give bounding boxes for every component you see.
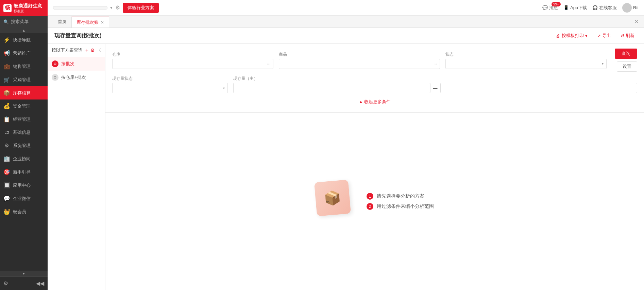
vip-icon: 👑 <box>3 209 10 215</box>
warehouse-field: 仓库 ··· <box>112 52 273 69</box>
topbar-left: ▾ ⚙ 体验行业方案 <box>53 3 538 13</box>
purchase-icon: 🛒 <box>3 76 10 83</box>
collapse-more-button[interactable]: ▲ 收起更多条件 <box>112 96 637 108</box>
inventory-qty-field: 现存量（主） — <box>233 76 637 93</box>
topbar: ▾ ⚙ 体验行业方案 💬 消息 99+ 📱 App下载 🎧 在线客服 Rit <box>48 0 644 16</box>
warehouse-more-btn[interactable]: ··· <box>267 61 270 66</box>
sidebar-item-basic[interactable]: 🗂 基础信息 <box>0 126 48 139</box>
topbar-right: 💬 消息 99+ 📱 App下载 🎧 在线客服 Rit <box>542 3 639 13</box>
sidebar-item-purchase[interactable]: 🛒 采购管理 <box>0 73 48 86</box>
scheme-add-icon[interactable]: + <box>85 47 88 53</box>
trial-button[interactable]: 体验行业方案 <box>123 3 159 13</box>
settings-icon[interactable]: ⚙ <box>3 280 8 287</box>
sidebar-item-marketing[interactable]: 📢 营销推广 <box>0 47 48 60</box>
product-input[interactable]: ··· <box>279 59 440 69</box>
scheme-item-by-warehouse-batch[interactable]: ⚙ 按仓库+批次 <box>48 71 105 84</box>
inventory-status-select[interactable]: ▾ <box>112 83 228 93</box>
sidebar-item-label: 企业微信 <box>13 196 31 202</box>
export-icon: ↗ <box>597 33 601 38</box>
template-print-button[interactable]: 🖨 按模板打印 ▾ <box>553 31 590 40</box>
collapse-more-label: 收起更多条件 <box>364 99 391 104</box>
tab-bar: 首页 库存批次账 ✕ ✕ <box>48 16 644 28</box>
filter-row-2: 现存量状态 ▾ 现存量（主） — <box>112 76 637 93</box>
warehouse-label: 仓库 <box>112 52 273 57</box>
status-dropdown-icon: ▾ <box>602 62 604 66</box>
scheme-list: ⚙ 按批次 ⚙ 按仓库+批次 <box>48 57 105 290</box>
close-panel-button[interactable]: ✕ <box>634 18 639 25</box>
sidebar-item-enterprise[interactable]: 🏢 企业协同 <box>0 152 48 165</box>
sidebar-item-vip[interactable]: 👑 畅会员 <box>0 205 48 218</box>
empty-illustration-icon: 📦 <box>323 189 342 206</box>
finance-icon: 💰 <box>3 103 10 109</box>
tab-inventory-batch[interactable]: 库存批次账 ✕ <box>71 17 109 28</box>
qty-min-input[interactable] <box>233 83 430 93</box>
topbar-search-input[interactable] <box>53 6 107 10</box>
inventory-qty-label: 现存量（主） <box>233 76 637 81</box>
operations-icon: 📋 <box>3 116 10 123</box>
step-2-number: 2 <box>367 203 373 210</box>
refresh-button[interactable]: ↺ 刷新 <box>618 31 637 40</box>
filter-settings-button[interactable]: 设置 <box>617 61 637 72</box>
print-icon: 🖨 <box>556 33 560 38</box>
sidebar-item-apps[interactable]: 🔲 应用中心 <box>0 179 48 192</box>
query-panel: 仓库 ··· 商品 ··· 状态 <box>105 44 644 290</box>
sidebar-item-finance[interactable]: 💰 资金管理 <box>0 99 48 113</box>
topbar-chevron-icon[interactable]: ▾ <box>110 5 113 10</box>
print-dropdown-icon[interactable]: ▾ <box>585 33 588 38</box>
qty-max-input[interactable] <box>440 83 638 93</box>
sidebar-item-system[interactable]: ⚙ 系统管理 <box>0 139 48 152</box>
scheme-panel-title: 按以下方案查询 <box>52 47 83 53</box>
search-icon: 🔍 <box>3 19 9 24</box>
export-button[interactable]: ↗ 导出 <box>594 31 614 40</box>
chevron-up-icon: ▲ <box>359 99 363 104</box>
sidebar: 畅 畅康通好生意 标准版 🔍 搜索菜单 ▲ ⚡ 快捷导航 📢 营销推广 💼 销售… <box>0 0 48 290</box>
product-more-btn[interactable]: ··· <box>434 61 437 66</box>
empty-icon-box: 📦 <box>314 180 351 216</box>
status-select[interactable]: ▾ <box>445 59 607 69</box>
sidebar-item-label: 采购管理 <box>13 77 31 83</box>
online-support-button[interactable]: 🎧 在线客服 <box>592 5 617 11</box>
collapse-sidebar-icon[interactable]: ◀◀ <box>36 280 44 287</box>
qty-dash: — <box>433 86 438 91</box>
wechat-icon: 💬 <box>3 195 10 202</box>
sidebar-item-label: 系统管理 <box>13 143 31 149</box>
sidebar-item-label: 资金管理 <box>13 103 31 109</box>
tab-home[interactable]: 首页 <box>53 17 71 27</box>
sidebar-item-quick-nav[interactable]: ⚡ 快捷导航 <box>0 33 48 47</box>
sidebar-item-sales[interactable]: 💼 销售管理 <box>0 60 48 73</box>
tab-close-icon[interactable]: ✕ <box>101 20 104 25</box>
empty-step-2: 2 用过滤条件来缩小分析范围 <box>367 203 434 210</box>
scroll-down-button[interactable]: ▼ <box>0 271 48 276</box>
refresh-icon: ↺ <box>621 33 624 38</box>
sidebar-search[interactable]: 🔍 搜索菜单 <box>0 16 48 28</box>
sidebar-item-wechat[interactable]: 💬 企业微信 <box>0 192 48 205</box>
sidebar-item-operations[interactable]: 📋 经营管理 <box>0 113 48 126</box>
sidebar-item-inventory[interactable]: 📦 库存核算 <box>0 86 48 99</box>
warehouse-input[interactable]: ··· <box>112 59 273 69</box>
query-button[interactable]: 查询 <box>615 49 637 59</box>
scheme-item-by-batch[interactable]: ⚙ 按批次 <box>48 57 105 71</box>
user-menu-button[interactable]: Rit <box>622 3 639 13</box>
messages-button[interactable]: 💬 消息 99+ <box>542 5 558 11</box>
scheme-collapse-icon[interactable]: 《 <box>97 48 101 53</box>
refresh-label: 刷新 <box>626 33 634 39</box>
online-support-label: 在线客服 <box>599 5 617 11</box>
scroll-up-button[interactable]: ▲ <box>0 28 48 33</box>
brand-name: 畅康通好生意 <box>14 3 42 9</box>
sidebar-item-newbie[interactable]: 🎯 新手引导 <box>0 165 48 179</box>
sidebar-item-label: 库存核算 <box>13 90 31 96</box>
app-download-button[interactable]: 📱 App下载 <box>563 5 587 11</box>
messages-badge: 99+ <box>552 2 561 6</box>
tab-active-label: 库存批次账 <box>77 19 99 25</box>
status-field: 状态 ▾ <box>445 52 607 69</box>
sidebar-item-label: 新手引导 <box>13 169 31 175</box>
sidebar-nav: ⚡ 快捷导航 📢 营销推广 💼 销售管理 🛒 采购管理 📦 库存核算 💰 资金管… <box>0 33 48 271</box>
scheme-settings-icon[interactable]: ⚙ <box>90 48 95 53</box>
basic-icon: 🗂 <box>3 129 10 135</box>
topbar-gear-icon[interactable]: ⚙ <box>115 4 120 11</box>
phone-icon: 📱 <box>563 5 569 10</box>
app-logo: 畅 <box>3 4 12 12</box>
page-actions: 🖨 按模板打印 ▾ ↗ 导出 ↺ 刷新 <box>553 31 637 40</box>
scheme-item-icon-red: ⚙ <box>52 60 58 67</box>
sidebar-item-label: 快捷导航 <box>13 37 31 43</box>
